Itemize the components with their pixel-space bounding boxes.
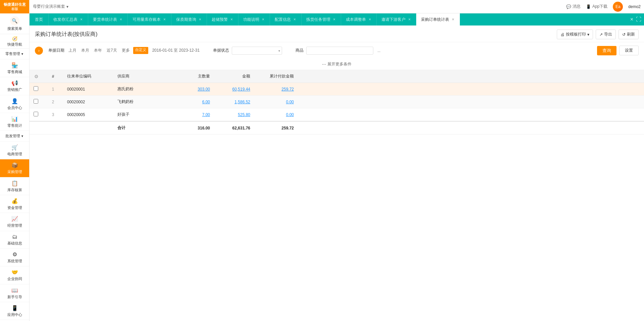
tab-expiry[interactable]: 保质期查询 × — [171, 13, 207, 25]
sidebar-item-wholesale[interactable]: 批发管理 ▼ — [0, 131, 29, 142]
row-qty: 7.00 — [180, 108, 214, 121]
phone-icon: 📱 — [586, 4, 591, 9]
tab-order-stat-close[interactable]: × — [119, 16, 123, 22]
sidebar-item-marketing[interactable]: 📢 营销推广 — [0, 77, 29, 95]
sidebar-item-ecommerce[interactable]: 🛒 电商管理 — [0, 142, 29, 159]
row-checkbox[interactable] — [34, 99, 38, 104]
row-extra — [298, 96, 644, 108]
compass-icon: 🧭 — [12, 36, 17, 41]
quick-nav-item[interactable]: 🧭 快捷导航 — [0, 34, 29, 49]
sidebar-item-retail[interactable]: 零售管理 ▼ — [0, 49, 29, 59]
sidebar-item-purchase[interactable]: 📦 采购管理 — [0, 159, 29, 177]
close-all-tabs-icon[interactable]: × — [630, 16, 633, 22]
date-btn-this-month[interactable]: 本月 — [80, 47, 91, 54]
maximize-icon[interactable]: ⛶ — [636, 16, 641, 22]
sidebar-item-retail-mall[interactable]: 🏪 零售商城 — [0, 59, 29, 77]
date-btn-this-year[interactable]: 本年 — [93, 47, 103, 54]
amount-link[interactable]: 525.80 — [238, 112, 250, 117]
more-filters-btn[interactable]: ... — [376, 48, 382, 53]
paid-link[interactable]: 0.00 — [286, 112, 294, 117]
row-checkbox[interactable] — [34, 112, 38, 116]
sidebar-item-member[interactable]: 👤 会员中心 — [0, 95, 29, 113]
filter-toggle-btn[interactable]: › — [35, 47, 43, 55]
setting-button[interactable]: 设置 — [619, 46, 639, 55]
refresh-button[interactable]: ↺ 刷新 — [619, 30, 639, 39]
sidebar-item-basic[interactable]: 🗂 基础信息 — [0, 231, 29, 249]
home-label: 首页 — [35, 17, 43, 22]
qty-link[interactable]: 7.00 — [202, 112, 210, 117]
tab-pick-task-close[interactable]: × — [332, 16, 336, 22]
sidebar-item-finance[interactable]: 💰 资金管理 — [0, 195, 29, 213]
status-select[interactable] — [232, 47, 282, 55]
tab-invite-close[interactable]: × — [408, 16, 411, 22]
tab-function[interactable]: 功能说明 × — [238, 13, 270, 25]
tab-order-stat[interactable]: 要货单统计表 × — [88, 13, 128, 25]
date-btn-7days[interactable]: 近7天 — [105, 47, 118, 54]
user-avatar[interactable]: Ea — [613, 2, 623, 12]
sidebar: 畅捷通好生意 标版 🔍 搜索英单 🧭 快捷导航 零售管理 ▼ 🏪 零售商城 📢 … — [0, 0, 30, 321]
retail-label: 零售管理 — [5, 51, 20, 56]
goods-search-input[interactable] — [306, 47, 373, 55]
search-nav-item[interactable]: 🔍 搜索英单 — [0, 13, 29, 34]
tab-function-close[interactable]: × — [261, 16, 265, 22]
top-bar-actions: 💬 消息 📱 App下载 Ea demo2 — [566, 2, 641, 12]
paid-link[interactable]: 259.72 — [281, 87, 294, 92]
tab-home[interactable]: 首页 — [30, 13, 49, 25]
tab-usable-inv-close[interactable]: × — [163, 16, 166, 22]
tab-usable-inv-label: 可用量库存账本 — [132, 17, 161, 22]
tab-config[interactable]: 配置信息 × — [270, 13, 302, 25]
qty-link[interactable]: 6.00 — [202, 100, 210, 104]
tab-usable-inv[interactable]: 可用量库存账本 × — [128, 13, 171, 25]
sidebar-item-retail-stat[interactable]: 📊 零售统计 — [0, 113, 29, 131]
date-tag-custom[interactable]: 自定义 — [133, 47, 148, 54]
query-button[interactable]: 查询 — [597, 46, 616, 55]
amount-link[interactable]: 1,586.52 — [234, 100, 250, 104]
sidebar-item-collab[interactable]: 🤝 企业协同 — [0, 266, 29, 284]
export-button[interactable]: ↗ 导出 — [596, 30, 616, 39]
sidebar-item-newguide[interactable]: 📖 新手引导 — [0, 284, 29, 302]
collab-icon: 🤝 — [11, 269, 18, 275]
store-selector[interactable]: 母婴行业演示账套 ▾ — [33, 4, 68, 9]
row-checkbox[interactable] — [34, 86, 38, 91]
row-amount: 60,519.44 — [214, 83, 254, 96]
status-select-wrapper — [232, 47, 282, 55]
refresh-icon: ↺ — [622, 32, 626, 37]
tab-overstock[interactable]: 超储预警 × — [207, 13, 238, 25]
tab-cost-adj-close[interactable]: × — [368, 16, 372, 22]
qty-link[interactable]: 303.00 — [198, 87, 210, 92]
amount-link[interactable]: 60,519.44 — [232, 87, 250, 92]
tab-receive-close[interactable]: × — [79, 16, 83, 22]
sidebar-item-inventory[interactable]: 📋 库存核算 — [0, 177, 29, 195]
sidebar-item-system[interactable]: ⚙ 系统管理 — [0, 249, 29, 266]
sidebar-item-operation[interactable]: 📈 经营管理 — [0, 213, 29, 231]
tab-purchase-stat-close[interactable]: × — [451, 16, 455, 22]
col-extra — [298, 70, 644, 83]
date-btn-more[interactable]: 更多 — [120, 47, 131, 54]
message-btn[interactable]: 💬 消息 — [566, 4, 581, 9]
date-btn-last-month[interactable]: 上月 — [67, 47, 78, 54]
table-body: 1 00020001 惠氏奶粉 303.00 60,519.44 259.72 … — [30, 83, 644, 121]
tab-invite[interactable]: 邀请下游客户 × — [377, 13, 416, 25]
tab-pick-task[interactable]: 拣货任务管理 × — [302, 13, 341, 25]
tab-cost-adj[interactable]: 成本调整单 × — [341, 13, 377, 25]
table-row: 2 00020002 飞鹤奶粉 6.00 1,586.52 0.00 — [30, 96, 644, 108]
tab-config-close[interactable]: × — [293, 16, 297, 22]
paid-link[interactable]: 0.00 — [286, 100, 294, 104]
expand-conditions-btn[interactable]: ⋯ 展开更多条件 — [322, 61, 352, 67]
settings-icon[interactable]: ⚙ — [34, 74, 39, 79]
print-button[interactable]: 🖨 按模板打印 ▾ — [557, 30, 593, 39]
date-range-display: 2016-01-01 至 2023-12-31 — [152, 48, 200, 53]
tab-overstock-close[interactable]: × — [230, 16, 233, 22]
row-cb-cell — [30, 83, 43, 96]
tab-expiry-close[interactable]: × — [198, 16, 202, 22]
tab-overstock-label: 超储预警 — [212, 17, 228, 22]
chevron-down-icon2: ▼ — [21, 135, 24, 138]
tab-purchase-stat[interactable]: 采购订单统计表 × — [416, 13, 460, 25]
row-supplier: 惠氏奶粉 — [113, 83, 180, 96]
export-icon: ↗ — [599, 32, 603, 37]
footer-supplier: 合计 — [113, 122, 180, 135]
sidebar-item-appcenter[interactable]: 📱 应用中心 — [0, 302, 29, 320]
app-download-btn[interactable]: 📱 App下载 — [586, 4, 607, 9]
shop-icon: 🏪 — [11, 62, 18, 68]
tab-receive[interactable]: 收发存汇总表 × — [49, 13, 88, 25]
